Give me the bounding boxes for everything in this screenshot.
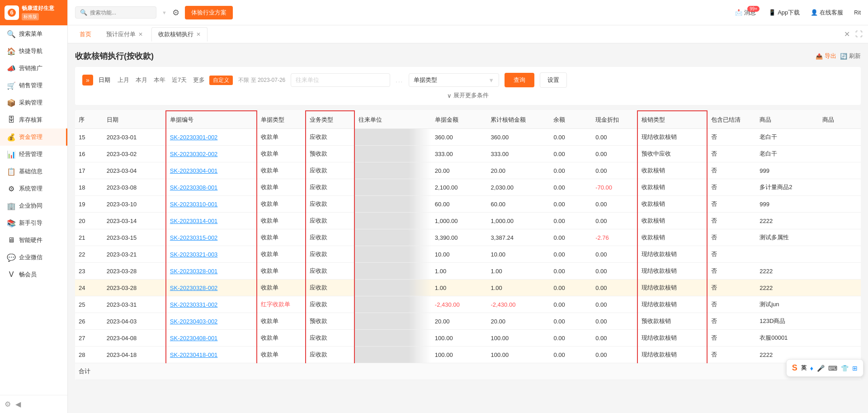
col-header-unit: 往来单位 [354, 111, 431, 129]
sidebar-item-search[interactable]: 🔍搜索菜单 [0, 25, 67, 43]
sidebar-item-guide[interactable]: 📚新手引导 [0, 214, 67, 232]
cell-unit: ██████ [354, 146, 431, 162]
filter-date-last-month[interactable]: 上月 [116, 75, 131, 85]
sougou-keyboard-icon[interactable]: ⌨ [828, 365, 837, 372]
sidebar-item-sales[interactable]: 🛒销售管理 [0, 77, 67, 94]
cell-bill-no[interactable]: SK-20230301-002 [166, 129, 257, 146]
tab-pre-bill-close-icon[interactable]: ✕ [138, 31, 143, 38]
cell-bill-no[interactable]: SK-20230403-002 [166, 313, 257, 330]
topbar-message-button[interactable]: 📩 消息 99+ [735, 9, 756, 17]
cell-bill-no[interactable]: SK-20230314-001 [166, 213, 257, 229]
sidebar-item-finance[interactable]: 💰资金管理 [0, 128, 67, 146]
sougou-shirt-icon[interactable]: 👕 [841, 365, 849, 372]
cell-bill-no[interactable]: SK-20230408-001 [166, 330, 257, 347]
sidebar-item-label: 搜索菜单 [19, 30, 42, 38]
sidebar-item-basic[interactable]: 📋基础信息 [0, 163, 67, 180]
filter-date-this-year[interactable]: 本年 [152, 75, 167, 85]
cell-balance: 0.00 [550, 129, 592, 146]
tab-home-label: 首页 [80, 30, 91, 38]
filter-type-label: 单据类型 [414, 76, 437, 84]
cell-cumulative: 3,387.24 [487, 229, 550, 246]
tab-expand-icon[interactable]: ⛶ [855, 30, 863, 38]
cell-bill-no[interactable]: SK-20230308-001 [166, 179, 257, 196]
basic-icon: 📋 [7, 167, 15, 176]
cell-date: 2023-03-15 [103, 229, 166, 246]
tab-pre-bill-label: 预计应付单 [106, 30, 136, 38]
cell-bill-no[interactable]: SK-20230304-001 [166, 162, 257, 179]
cell-bill-no[interactable]: SK-20230310-001 [166, 196, 257, 213]
tab-write-off[interactable]: 收款核销执行 ✕ [151, 27, 208, 42]
cell-bill-no[interactable]: SK-20230302-002 [166, 146, 257, 162]
cell-cumulative: 100.00 [487, 330, 550, 347]
cell-bill-no[interactable]: SK-20230328-001 [166, 263, 257, 280]
hardware-icon: 🖥 [7, 236, 15, 244]
filter-unit-input[interactable]: 往来单位 [291, 73, 390, 87]
search-icon: 🔍 [80, 9, 87, 16]
industry-solution-button[interactable]: 体验行业方案 [185, 6, 233, 19]
cell-bill-no[interactable]: SK-20230331-002 [166, 296, 257, 313]
tab-pre-bill[interactable]: 预计应付单 ✕ [99, 27, 150, 42]
sidebar-item-inventory[interactable]: 🗄库存核算 [0, 111, 67, 128]
home-icon: 🏠 [7, 47, 15, 55]
tab-write-off-close-icon[interactable]: ✕ [196, 31, 201, 38]
collapse-icon[interactable]: ◀ [15, 400, 21, 408]
settings-icon[interactable]: ⚙ [5, 400, 11, 408]
topbar-service-button[interactable]: 👤 在线客服 [811, 9, 843, 17]
sidebar-item-hardware[interactable]: 🖥智能硬件 [0, 232, 67, 249]
sidebar-item-system[interactable]: ⚙系统管理 [0, 180, 67, 197]
sidebar-item-quick-nav[interactable]: 🏠快捷导航 [0, 43, 67, 60]
cell-discount: 0.00 [592, 129, 637, 146]
cell-date: 2023-03-28 [103, 280, 166, 296]
filter-date-this-month[interactable]: 本月 [134, 75, 149, 85]
cell-product: 2222 [756, 280, 819, 296]
app-icon: 📱 [769, 9, 776, 16]
col-header-amount: 单据金额 [431, 111, 487, 129]
topbar-user[interactable]: Rit [854, 9, 861, 16]
sidebar-item-purchase[interactable]: 📦采购管理 [0, 94, 67, 111]
cell-bill-no[interactable]: SK-20230418-001 [166, 347, 257, 363]
filter-toggle-button[interactable]: » [82, 75, 93, 85]
cell-amount: 1.00 [431, 280, 487, 296]
cell-product2 [819, 313, 861, 330]
cell-biz-type: 应收款 [306, 347, 354, 363]
query-button[interactable]: 查询 [505, 73, 534, 87]
setting-button[interactable]: 设置 [540, 72, 567, 88]
sougou-grid-icon[interactable]: ⊞ [852, 365, 858, 372]
sidebar-item-corp[interactable]: 🏢企业协同 [0, 197, 67, 214]
sidebar-item-marketing[interactable]: 📣营销推广 [0, 60, 67, 77]
table-scroll-area[interactable]: 序 日期 单据编号 单据类型 业务类型 往来单位 单据金额 累计核销金额 余额 … [75, 110, 861, 380]
filter-date-more[interactable]: 更多 [191, 75, 207, 85]
cell-cumulative: 20.00 [487, 162, 550, 179]
col-header-include: 包含已结清 [707, 111, 756, 129]
tab-close-all-icon[interactable]: ✕ [844, 30, 850, 38]
cell-total-3 [257, 363, 306, 380]
cell-product2 [819, 179, 861, 196]
sougou-dot-icon[interactable]: ♦ [810, 365, 813, 372]
topbar-search-box[interactable]: 🔍 [75, 6, 156, 19]
sidebar-item-member[interactable]: V畅会员 [0, 266, 67, 283]
settings-gear-icon[interactable]: ⚙ [172, 8, 179, 18]
tab-home[interactable]: 首页 [73, 28, 98, 41]
service-icon: 👤 [811, 9, 818, 16]
sidebar-item-wechat[interactable]: 💬企业微信 [0, 249, 67, 266]
page-title: 收款核销执行(按收款) [75, 51, 154, 62]
cell-bill-no[interactable]: SK-20230328-002 [166, 280, 257, 296]
filter-expand-button[interactable]: ∨ 展开更多条件 [82, 91, 854, 100]
filter-custom-button[interactable]: 自定义 [209, 76, 233, 85]
cell-bill-no[interactable]: SK-20230321-003 [166, 246, 257, 263]
dropdown-chevron-icon: ▼ [162, 10, 167, 15]
refresh-button[interactable]: 🔄 刷新 [840, 52, 861, 60]
filter-date-7days[interactable]: 近7天 [170, 75, 189, 85]
search-input[interactable] [90, 9, 144, 16]
sidebar-item-operation[interactable]: 📊经营管理 [0, 146, 67, 163]
cell-date: 2023-03-08 [103, 179, 166, 196]
cell-amount: 1.00 [431, 263, 487, 280]
cell-total-2 [166, 363, 257, 380]
sougou-mic-icon[interactable]: 🎤 [817, 365, 825, 372]
cell-bill-no[interactable]: SK-20230315-002 [166, 229, 257, 246]
topbar-app-button[interactable]: 📱 App下载 [769, 9, 800, 17]
filter-type-dropdown[interactable]: 单据类型 ▼ [409, 73, 499, 87]
topbar-dropdown[interactable]: ▼ [162, 10, 167, 15]
sidebar-item-label: 企业协同 [19, 202, 42, 210]
export-button[interactable]: 📤 导出 [816, 52, 836, 60]
